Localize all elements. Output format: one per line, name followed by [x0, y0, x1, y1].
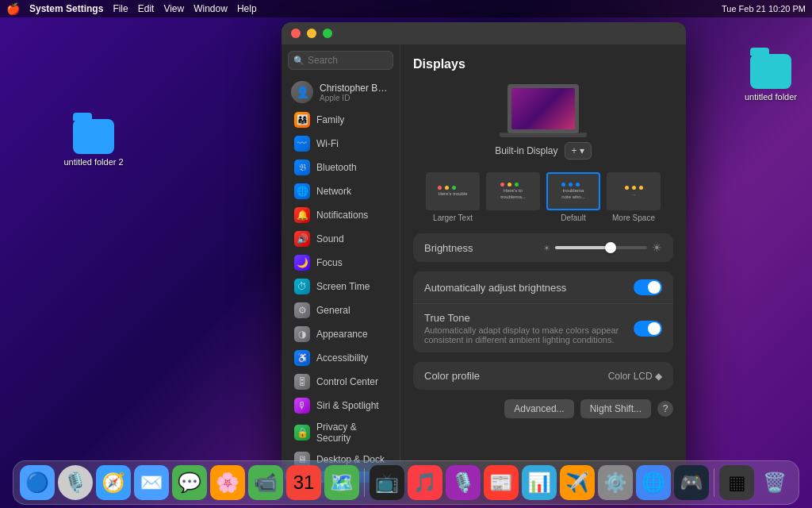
window-titlebar	[282, 22, 686, 44]
menu-file[interactable]: File	[113, 3, 128, 14]
dock-mail[interactable]: ✉️	[134, 465, 169, 500]
slider-thumb[interactable]	[605, 242, 616, 253]
dock-photos[interactable]: 🌸	[210, 465, 245, 500]
menubar-datetime: Tue Feb 21 10:20 PM	[722, 4, 806, 13]
apple-menu[interactable]: 🍎	[6, 2, 20, 15]
dock-testflight[interactable]: ✈️	[560, 465, 595, 500]
menu-window[interactable]: Window	[193, 3, 228, 14]
minimize-button[interactable]	[307, 29, 316, 38]
sidebar-item-bluetooth[interactable]: 𝔅 Bluetooth	[285, 156, 396, 179]
display-name: Built-in Display	[495, 145, 557, 156]
dock-maps[interactable]: 🗺️	[324, 465, 359, 500]
dock-system-settings[interactable]: ⚙️	[598, 465, 633, 500]
privacy-icon: 🔒	[294, 425, 310, 441]
res-thumb-2: Here's totroublema...	[486, 172, 540, 210]
color-profile-section: Color profile Color LCD ◆	[413, 362, 673, 390]
dock-calendar[interactable]: 31	[286, 465, 321, 500]
display-label-row: Built-in Display + ▾	[495, 142, 592, 160]
menubar-left: 🍎 System Settings File Edit View Window …	[6, 2, 257, 15]
sidebar-label-screen-time: Screen Time	[316, 281, 370, 292]
res-label-larger: Larger Text	[433, 214, 473, 222]
user-profile-item[interactable]: 👤 Christopher Burke Apple ID	[282, 76, 400, 108]
appearance-icon: ◑	[294, 326, 310, 342]
sidebar-item-general[interactable]: ⚙ General	[285, 298, 396, 322]
auto-brightness-label: Automatically adjust brightness	[424, 282, 634, 294]
add-display-button[interactable]: + ▾	[565, 142, 592, 160]
sidebar-search-container: 🔍	[282, 44, 400, 76]
close-button[interactable]	[291, 29, 301, 38]
resolution-option-2[interactable]: Here's totroublema...	[486, 172, 540, 222]
resolution-option-default[interactable]: troublemanote who... Default	[546, 172, 600, 222]
display-preview: Built-in Display + ▾	[413, 84, 673, 160]
display-settings-section: Automatically adjust brightness True Ton…	[413, 271, 673, 352]
dock: 🔵 🎙️ 🧭 ✉️ 💬 🌸 📹 31 🗺️ 📺 🎵 🎙️ 📰 📊 ✈️ ⚙️ 🌐…	[13, 460, 799, 505]
sidebar-item-sound[interactable]: 🔊 Sound	[285, 227, 396, 251]
sidebar-label-privacy: Privacy & Security	[316, 421, 387, 444]
notifications-icon: 🔔	[294, 207, 310, 223]
sidebar-label-accessibility: Accessibility	[316, 352, 368, 364]
general-icon: ⚙	[294, 302, 310, 318]
sidebar-item-wifi[interactable]: 〰 Wi-Fi	[285, 132, 396, 156]
sidebar-label-notifications: Notifications	[316, 210, 368, 221]
sidebar-item-family[interactable]: 👨‍👩‍👧 Family	[285, 108, 396, 132]
sidebar-item-privacy[interactable]: 🔒 Privacy & Security	[285, 418, 396, 448]
res-thumb-larger: Here's trouble	[426, 172, 480, 210]
laptop-preview	[508, 84, 579, 133]
sidebar-item-notifications[interactable]: 🔔 Notifications	[285, 203, 396, 227]
sidebar-item-siri[interactable]: 🎙 Siri & Spotlight	[285, 394, 396, 418]
dock-grid[interactable]: ▦	[719, 465, 754, 500]
dock-numbers[interactable]: 📊	[522, 465, 557, 500]
sidebar-item-network[interactable]: 🌐 Network	[285, 179, 396, 203]
resolution-option-more[interactable]: ... More Space	[607, 172, 661, 222]
dock-tv[interactable]: 📺	[370, 465, 404, 500]
menu-edit[interactable]: Edit	[138, 3, 155, 14]
wifi-icon: 〰	[294, 136, 310, 152]
auto-brightness-toggle[interactable]	[634, 279, 662, 295]
network-icon: 🌐	[294, 183, 310, 199]
sidebar-item-focus[interactable]: 🌙 Focus	[285, 251, 396, 275]
bluetooth-icon: 𝔅	[294, 160, 310, 175]
sidebar-label-sound: Sound	[316, 233, 344, 244]
dock-podcasts[interactable]: 🎙️	[446, 465, 481, 500]
dock-finder[interactable]: 🔵	[20, 465, 55, 500]
main-content: Displays Built-in Display + ▾	[400, 44, 686, 483]
true-tone-toggle[interactable]	[634, 321, 662, 337]
dock-chrome[interactable]: 🌐	[636, 465, 671, 500]
folder-label-1: untitled folder	[745, 92, 797, 102]
desktop-folder-2[interactable]: untitled folder 2	[62, 119, 125, 167]
dock-news[interactable]: 📰	[484, 465, 519, 500]
dock-siri[interactable]: 🎙️	[58, 465, 93, 500]
sidebar-item-control-center[interactable]: 🎛 Control Center	[285, 370, 396, 394]
dock-messages[interactable]: 💬	[172, 465, 207, 500]
sidebar-item-screen-time[interactable]: ⏱ Screen Time	[285, 275, 396, 298]
menubar: 🍎 System Settings File Edit View Window …	[0, 0, 812, 17]
bottom-buttons: Advanced... Night Shift... ?	[413, 399, 673, 418]
resolution-option-larger[interactable]: Here's trouble Larger Text	[426, 172, 480, 222]
brightness-slider[interactable]: ☀ ☀	[543, 241, 662, 254]
dock-trash[interactable]: 🗑️	[757, 465, 792, 500]
dock-facetime[interactable]: 📹	[248, 465, 283, 500]
sidebar-item-appearance[interactable]: ◑ Appearance	[285, 322, 396, 346]
dock-steam[interactable]: 🎮	[674, 465, 709, 500]
laptop-screen	[511, 88, 575, 129]
sidebar-item-accessibility[interactable]: ♿ Accessibility	[285, 346, 396, 370]
dock-music[interactable]: 🎵	[408, 465, 442, 500]
advanced-button[interactable]: Advanced...	[504, 399, 573, 418]
help-button[interactable]: ?	[657, 401, 673, 417]
system-settings-window: 🔍 👤 Christopher Burke Apple ID 👨‍👩‍👧 Fa	[282, 22, 686, 483]
desktop-folder-1[interactable]: untitled folder	[739, 54, 802, 102]
folder-label-2: untitled folder 2	[63, 157, 123, 167]
sidebar-label-control-center: Control Center	[316, 376, 378, 387]
color-profile-value[interactable]: Color LCD ◆	[608, 371, 662, 382]
maximize-button[interactable]	[323, 29, 332, 38]
screen-time-icon: ⏱	[294, 279, 310, 294]
night-shift-button[interactable]: Night Shift...	[580, 399, 651, 418]
menu-help[interactable]: Help	[237, 3, 257, 14]
slider-track[interactable]	[555, 246, 647, 249]
accessibility-icon: ♿	[294, 350, 310, 366]
dock-safari[interactable]: 🧭	[96, 465, 131, 500]
focus-icon: 🌙	[294, 255, 310, 271]
menu-view[interactable]: View	[163, 3, 184, 14]
app-name: System Settings	[29, 3, 103, 14]
res-label-more: More Space	[612, 214, 655, 222]
